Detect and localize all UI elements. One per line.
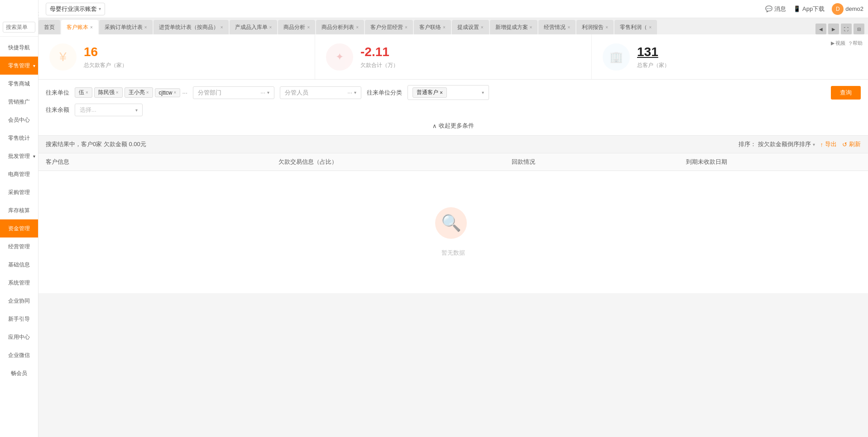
nav-tab-8[interactable]: 客户联络× [414,20,451,34]
message-button[interactable]: 💬 消息 [765,5,786,13]
app-download-button[interactable]: 📱 App下载 [793,5,825,13]
nav-tab-5[interactable]: 商品分析× [278,20,315,34]
help-button[interactable]: ? 帮助 [849,40,863,47]
sidebar-item-14[interactable]: 企业协同 [0,292,38,310]
tab-fullscreen-button[interactable]: ⛶ [841,24,852,34]
col-debt-info: 欠款交易信息（占比） [278,158,511,166]
tab-close-4[interactable]: × [269,25,272,30]
tab-close-9[interactable]: × [481,25,484,30]
unit-tag-cjttcw[interactable]: cjttcw × [155,88,181,97]
tab-label-9: 提成设置 [457,24,479,31]
stat-all-customers: 🏢 131 总客户（家） ▶ 视频 ? 帮助 [592,34,868,79]
unit-class-tag[interactable]: 普通客户 × [412,87,447,98]
refresh-button[interactable]: ↺ 刷新 [842,140,861,148]
nav-tab-4[interactable]: 产成品入库单× [230,20,278,34]
query-button[interactable]: 查询 [831,86,861,100]
sidebar-label-1: 零售管理 [8,62,30,70]
remove-wu-icon[interactable]: × [86,90,88,95]
unit-tag-chen[interactable]: 陈民强 × [94,87,123,98]
nav-tab-10[interactable]: 新增提成方案× [490,20,538,34]
nav-tab-0[interactable]: 首页 [38,20,60,34]
sidebar-item-18[interactable]: 畅会员 [0,364,38,382]
video-button[interactable]: ▶ 视频 [831,40,845,47]
sidebar-item-17[interactable]: 企业微信 [0,346,38,364]
filter-row-2: 往来余额 选择... ▾ [46,104,861,116]
search-input[interactable] [3,22,35,33]
stat-content-customers: 16 总欠款客户（家） [84,44,304,69]
tab-close-11[interactable]: × [567,25,570,30]
unit-class-label: 往来单位分类 [367,89,402,97]
sidebar-item-10[interactable]: 资金管理 [0,219,38,238]
stat-actions: ▶ 视频 ? 帮助 [831,40,863,47]
sidebar-item-11[interactable]: 经营管理 [0,238,38,256]
export-button[interactable]: ↑ 导出 [820,140,837,148]
tab-close-7[interactable]: × [405,25,408,30]
sidebar-item-13[interactable]: 系统管理 [0,274,38,292]
tab-close-6[interactable]: × [356,25,359,30]
nav-tab-9[interactable]: 提成设置× [452,20,489,34]
sidebar-item-9[interactable]: 库存核算 [0,201,38,219]
dept-selector[interactable]: 分管部门 ··· ▾ [193,86,274,99]
sidebar-item-5[interactable]: 零售统计 [0,129,38,147]
nav-tab-2[interactable]: 采购订单统计表× [99,20,153,34]
sidebar-item-12[interactable]: 基础信息 [0,256,38,274]
tab-close-8[interactable]: × [443,25,446,30]
tab-close-2[interactable]: × [144,25,147,30]
unit-tag-wu[interactable]: 伍 × [75,87,92,98]
tab-close-12[interactable]: × [605,25,608,30]
manager-dots: ··· [347,89,352,96]
tab-close-10[interactable]: × [530,25,532,30]
stats-bar: ¥ 16 总欠款客户（家） ✦ -2.11 欠款合计（万） 🏢 131 总客户（… [38,34,868,80]
tab-expand-button[interactable]: ⊟ [854,24,864,34]
nav-tab-7[interactable]: 客户分层经营× [365,20,413,34]
sidebar-item-0[interactable]: 快捷导航 [0,38,38,57]
manager-selector[interactable]: 分管人员 ··· ▾ [280,86,361,99]
nav-tab-6[interactable]: 商品分析列表× [316,20,364,34]
unit-tag-wang[interactable]: 王小亮 × [125,87,153,98]
tab-close-1[interactable]: × [90,25,93,30]
unit-class-selector[interactable]: 普通客户 × ▾ [408,85,489,100]
sidebar-label-13: 系统管理 [8,279,30,287]
collapse-button[interactable]: ∧ 收起更多条件 [432,122,474,130]
nav-tab-11[interactable]: 经营情况× [538,20,575,34]
remainder-chevron-icon: ▾ [135,108,138,113]
tab-close-5[interactable]: × [307,25,310,30]
nav-tab-13[interactable]: 零售利润（× [614,20,657,34]
refresh-icon: ↺ [842,141,847,148]
sidebar-item-8[interactable]: 采购管理 [0,183,38,201]
remainder-selector[interactable]: 选择... ▾ [75,104,143,116]
store-selector[interactable]: 母婴行业演示账套 ▾ [46,3,105,15]
sidebar-item-6[interactable]: 批发管理 [0,147,38,165]
tab-label-2: 采购订单统计表 [105,24,143,31]
sidebar-item-3[interactable]: 营销推广 [0,93,38,111]
top-bar: ¥ 畅捷通好生意 标版 母婴行业演示账套 ▾ 💬 消息 📱 App下载 D de… [0,0,868,18]
sidebar-item-2[interactable]: 零售商城 [0,75,38,93]
nav-tab-12[interactable]: 利润报告× [576,20,614,34]
more-tags-button[interactable]: ··· [182,89,187,96]
sidebar-item-4[interactable]: 会员中心 [0,111,38,129]
tab-close-3[interactable]: × [221,25,223,30]
remove-class-icon[interactable]: × [440,90,443,96]
class-chevron-icon: ▾ [482,90,484,95]
tab-prev-button[interactable]: ◀ [815,24,826,34]
manager-chevron-icon: ▾ [354,90,356,95]
collapse-row: ∧ 收起更多条件 [46,120,861,130]
sidebar-label-8: 采购管理 [8,189,30,196]
sidebar: 快捷导航零售管理零售商城营销推广会员中心零售统计批发管理电商管理采购管理库存核算… [0,0,38,437]
sort-selector[interactable]: 排序： 按欠款金额倒序排序 ▾ [739,140,815,148]
remove-wang-icon[interactable]: × [146,90,149,95]
remove-chen-icon[interactable]: × [116,90,119,95]
sidebar-item-1[interactable]: 零售管理 [0,57,38,75]
sidebar-item-7[interactable]: 电商管理 [0,165,38,183]
tab-label-8: 客户联络 [419,24,441,31]
sidebar-item-16[interactable]: 应用中心 [0,328,38,346]
sidebar-item-15[interactable]: 新手引导 [0,310,38,328]
tab-label-1: 客户账本 [67,24,88,31]
nav-tab-3[interactable]: 进货单统计表（按商品）× [153,20,229,34]
user-menu[interactable]: D demo2 [832,3,863,15]
tab-close-13[interactable]: × [649,25,652,30]
tab-actions: ◀ ▶ ⛶ ⊟ [815,24,868,34]
tab-next-button[interactable]: ▶ [828,24,839,34]
nav-tab-1[interactable]: 客户账本× [61,20,98,34]
remove-cjttcw-icon[interactable]: × [174,90,177,95]
